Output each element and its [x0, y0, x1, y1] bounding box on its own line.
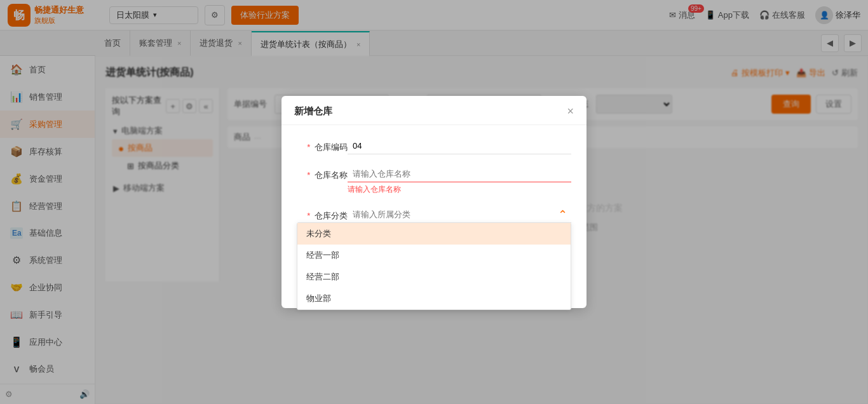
dialog-body: * 仓库编码 * 仓库名称 请输入仓库名称 *	[281, 125, 587, 269]
dropdown-item-3[interactable]: 物业部	[297, 288, 571, 309]
name-label: * 仓库名称	[297, 166, 348, 181]
form-row-code: * 仓库编码	[297, 138, 571, 154]
category-dropdown: 未分类 经营一部 经营二部 物业部	[297, 222, 571, 310]
modal-overlay: 新增仓库 × * 仓库编码 * 仓库名称 请输入仓库名称	[0, 0, 868, 404]
warehouse-name-input[interactable]	[348, 166, 571, 182]
add-warehouse-dialog: 新增仓库 × * 仓库编码 * 仓库名称 请输入仓库名称	[281, 96, 587, 308]
warehouse-code-input[interactable]	[348, 138, 571, 154]
required-star: *	[307, 142, 310, 152]
form-row-category: * 仓库分类 ⌃ 未分类 经营一部 经营二部 物业部	[297, 206, 571, 223]
category-input[interactable]	[348, 206, 554, 222]
required-star-name: *	[307, 170, 310, 180]
name-input-wrap: 请输入仓库名称	[348, 166, 571, 195]
dialog-header: 新增仓库 ×	[281, 96, 587, 125]
dropdown-item-0[interactable]: 未分类	[297, 223, 571, 245]
name-error-message: 请输入仓库名称	[348, 184, 571, 195]
form-row-name: * 仓库名称 请输入仓库名称	[297, 166, 571, 195]
dropdown-item-1[interactable]: 经营一部	[297, 245, 571, 266]
dropdown-item-2[interactable]: 经营二部	[297, 266, 571, 288]
category-toggle-button[interactable]: ⌃	[554, 208, 571, 222]
category-label: * 仓库分类	[297, 206, 348, 222]
code-label: * 仓库编码	[297, 138, 348, 153]
dialog-close-button[interactable]: ×	[567, 105, 574, 118]
dialog-title: 新增仓库	[294, 105, 332, 118]
required-star-cat: *	[307, 211, 310, 220]
category-input-wrap: ⌃ 未分类 经营一部 经营二部 物业部	[348, 206, 571, 223]
